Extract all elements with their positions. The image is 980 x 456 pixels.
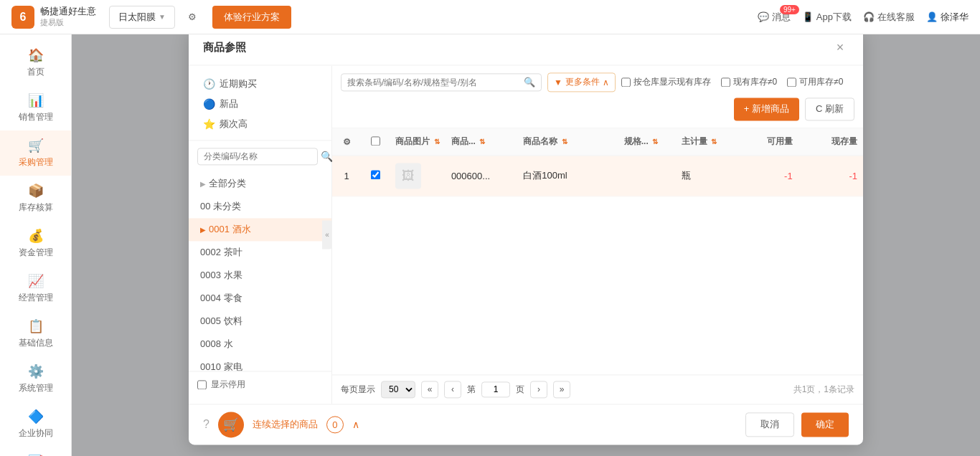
filter-label: 更多条件 (565, 76, 600, 88)
col-img-label: 商品图片 (395, 136, 430, 146)
cancel-button[interactable]: 取消 (745, 412, 794, 437)
cat-label-tea: 0002 茶叶 (200, 246, 242, 259)
logo-sub: 捷易版 (40, 17, 96, 28)
sidebar-label-collab: 企业协同 (19, 427, 53, 440)
app-download-btn[interactable]: 📱 App下载 (802, 11, 852, 24)
experience-button[interactable]: 体验行业方案 (212, 6, 291, 29)
col-header-spec[interactable]: 规格... ⇅ (618, 128, 676, 156)
row-stock-cell: -1 (798, 156, 863, 196)
select-count-badge: 0 (326, 416, 344, 433)
new-icon: 🔵 (203, 98, 215, 110)
col-header-stock[interactable]: 现存量 (798, 128, 863, 156)
checkbox-warehouse[interactable] (621, 77, 631, 87)
sidebar-item-collab[interactable]: 🔷 企业协同 (0, 402, 71, 447)
col-header-code[interactable]: 商品... ⇅ (446, 128, 517, 156)
product-search-input[interactable] (347, 77, 521, 87)
modal-title: 商品参照 (203, 41, 246, 54)
cat-item-fruit[interactable]: 0003 水果 (189, 264, 331, 287)
category-list: ▶ 全部分类 00 未分类 ▶ 0001 酒水 0002 茶叶 (189, 169, 331, 371)
product-table-wrap: ⚙ 商品图片 ⇅ 商品... ⇅ (332, 128, 863, 374)
panel-collapse-button[interactable]: « (322, 220, 332, 249)
store-dropdown[interactable]: 日太阳膜 ▼ (109, 6, 175, 29)
page-number-input[interactable] (481, 381, 510, 397)
sidebar-item-inventory[interactable]: 📦 库存核算 (0, 176, 71, 221)
row-unit-cell: 瓶 (676, 156, 733, 196)
cart-button[interactable]: 🛒 (218, 412, 244, 437)
sidebar-item-operations[interactable]: 📈 经营管理 (0, 266, 71, 311)
home-icon: 🏠 (28, 47, 44, 63)
category-search-icon[interactable]: 🔍 (321, 151, 333, 162)
checkbox-available-wrap[interactable]: 现有库存≠0 (721, 76, 777, 88)
checkbox-available[interactable] (721, 77, 730, 87)
quick-filter-frequent[interactable]: ⭐ 频次高 (197, 114, 323, 134)
sales-icon: 📊 (28, 92, 44, 108)
more-filter-button[interactable]: ▼ 更多条件 ∧ (547, 72, 616, 92)
online-service-btn[interactable]: 🎧 在线客服 (863, 11, 915, 24)
checkbox-usable-wrap[interactable]: 可用库存≠0 (787, 76, 843, 88)
col-header-unit[interactable]: 主计量 ⇅ (676, 128, 733, 156)
footer-collapse-icon[interactable]: ∧ (352, 419, 359, 430)
quick-filter-new[interactable]: 🔵 新品 (197, 94, 323, 114)
cat-item-appliance[interactable]: 0010 家电 (189, 356, 331, 371)
per-page-label: 每页显示 (341, 384, 375, 396)
help-button[interactable]: ? (203, 418, 209, 431)
select-all-checkbox[interactable] (371, 136, 380, 146)
sidebar-label-system: 系统管理 (19, 382, 53, 394)
sidebar-label-basic: 基础信息 (19, 337, 53, 349)
row-checkbox[interactable] (371, 170, 380, 179)
product-image: 🖼 (395, 163, 421, 189)
cat-item-snack[interactable]: 0004 零食 (189, 287, 331, 310)
user-menu[interactable]: 👤 徐泽华 (926, 11, 969, 24)
sort-icon-name: ⇅ (562, 138, 567, 146)
user-avatar: 👤 (926, 11, 938, 22)
confirm-button[interactable]: 确定 (801, 412, 849, 437)
sidebar-item-basic[interactable]: 📋 基础信息 (0, 311, 71, 356)
content-area: 商品参照 × 🕐 近期购买 🔵 新品 (72, 34, 980, 456)
next-page-button[interactable]: › (530, 381, 547, 398)
cat-item-beverage[interactable]: 0005 饮料 (189, 310, 331, 333)
table-row[interactable]: 1 🖼 000600... 白酒100ml 瓶 -1 (332, 156, 863, 196)
cat-item-liquor[interactable]: ▶ 0001 酒水 (189, 218, 331, 241)
cat-item-water[interactable]: 0008 水 (189, 333, 331, 356)
last-page-button[interactable]: » (553, 381, 570, 398)
col-header-name[interactable]: 商品名称 ⇅ (517, 128, 618, 156)
checkbox-usable[interactable] (787, 77, 796, 87)
sidebar-item-finance[interactable]: 💰 资金管理 (0, 221, 71, 266)
category-search-input[interactable] (197, 148, 318, 165)
sidebar-item-purchase[interactable]: 🛒 采购管理 (0, 130, 71, 176)
messages-btn[interactable]: 💬 消息 99+ (758, 11, 791, 24)
prev-page-button[interactable]: ‹ (444, 381, 461, 398)
col-header-img[interactable]: 商品图片 ⇅ (390, 128, 446, 156)
logo-area: 6 畅捷通好生意 捷易版 (11, 6, 98, 29)
checkbox-warehouse-wrap[interactable]: 按仓库显示现有库存 (621, 76, 711, 88)
product-search-icon[interactable]: 🔍 (524, 77, 535, 87)
first-page-button[interactable]: « (421, 381, 438, 398)
checkbox-warehouse-label: 按仓库显示现有库存 (633, 76, 711, 88)
col-header-settings[interactable]: ⚙ (332, 128, 361, 156)
per-page-select[interactable]: 50 (381, 381, 415, 398)
sidebar-item-sales[interactable]: 📊 销售管理 (0, 85, 71, 130)
cat-label-water: 0008 水 (200, 338, 233, 351)
sidebar-item-system[interactable]: ⚙️ 系统管理 (0, 356, 71, 402)
sidebar-item-home[interactable]: 🏠 首页 (0, 40, 71, 85)
logo-icon: 6 (11, 6, 34, 29)
add-product-button[interactable]: + 新增商品 (734, 98, 799, 120)
col-header-avail[interactable]: 可用量 (733, 128, 798, 156)
cat-item-all[interactable]: ▶ 全部分类 (189, 172, 331, 195)
sort-icon-spec: ⇅ (652, 138, 658, 146)
refresh-button[interactable]: C 刷新 (805, 98, 854, 120)
cat-label-fruit: 0003 水果 (200, 269, 242, 282)
quick-filter-recent[interactable]: 🕐 近期购买 (197, 74, 323, 94)
modal-body: 🕐 近期购买 🔵 新品 ⭐ 频次高 (189, 65, 863, 404)
sidebar-item-guide[interactable]: 📝 新手引导 (0, 447, 71, 456)
show-disabled-checkbox[interactable] (197, 380, 207, 389)
modal-close-button[interactable]: × (831, 39, 849, 56)
row-checkbox-cell[interactable] (361, 156, 390, 196)
purchase-icon: 🛒 (28, 138, 44, 153)
cat-item-uncategorized[interactable]: 00 未分类 (189, 195, 331, 218)
filter-icon: ▼ (554, 77, 562, 87)
settings-button[interactable]: ⚙ (181, 6, 204, 29)
sidebar-label-purchase: 采购管理 (19, 156, 53, 168)
col-header-checkbox[interactable] (361, 128, 390, 156)
cat-item-tea[interactable]: 0002 茶叶 (189, 241, 331, 264)
